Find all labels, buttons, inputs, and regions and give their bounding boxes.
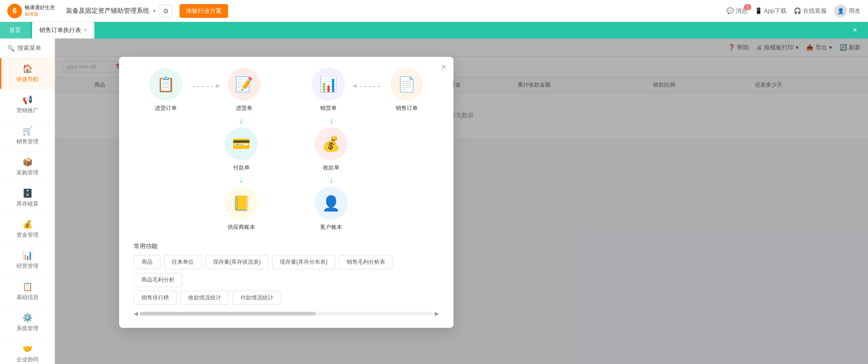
top-header: 6 畅康通好生意 标准版 装备及固定资产辅助管理系统 ▾ ⚙ 体验行业方案 💬 …: [0, 0, 868, 22]
search-menu-label: 搜索菜单: [17, 44, 41, 52]
customer-ledger-circle: 👤: [315, 187, 348, 220]
active-indicator: [0, 58, 1, 89]
common-functions-title: 常用功能: [134, 242, 439, 250]
app-download-label: App下载: [764, 7, 786, 15]
supplier-ledger-label: 供应商账本: [228, 223, 255, 231]
purchase-receipt-node[interactable]: 📝 进货单: [221, 68, 267, 112]
online-service-button[interactable]: 🎧 在线客服: [794, 7, 827, 15]
customer-ledger-label: 客户账本: [320, 223, 342, 231]
sidebar-item-quick-nav[interactable]: 🏠 快捷导航: [0, 58, 55, 89]
scroll-left-icon[interactable]: ◀: [134, 310, 138, 317]
sidebar-label-basic-info: 基础信息: [16, 293, 38, 301]
flow-row-2: 💳 付款单 💰 收款单: [134, 127, 439, 172]
sales-receipt-label: 销货单: [320, 104, 337, 112]
func-btn-collection-stats[interactable]: 收款情况统计: [180, 291, 229, 305]
sidebar-item-system[interactable]: ⚙️ 系统管理: [0, 307, 55, 338]
sidebar-label-marketing: 营销推广: [16, 107, 38, 114]
sidebar-label-inventory: 库存核算: [16, 200, 38, 208]
func-btn-sales-rank[interactable]: 销售排行榜: [134, 291, 177, 305]
payment-slip-label: 付款单: [233, 164, 250, 172]
app-download-button[interactable]: 📱 App下载: [755, 7, 786, 15]
logo-text: 畅康通好生意: [25, 4, 55, 11]
receipt-slip-node[interactable]: 💰 收款单: [308, 127, 354, 172]
settings-icon[interactable]: ⚙: [159, 5, 172, 17]
func-btn-payment-stats[interactable]: 付款情况统计: [233, 291, 281, 305]
message-button[interactable]: 💬 消息 5: [726, 7, 748, 15]
search-menu[interactable]: 🔍 搜索菜单: [0, 38, 55, 58]
enterprise-icon: 🤝: [22, 344, 33, 354]
tab-close-icon[interactable]: ×: [84, 27, 87, 33]
sidebar-item-enterprise[interactable]: 🤝 企业协同: [0, 338, 55, 364]
down-arrow-payment: ↓: [218, 175, 264, 185]
payment-slip-node[interactable]: 💳 付款单: [218, 127, 264, 172]
experience-button[interactable]: 体验行业方案: [180, 4, 228, 18]
receipt-slip-label: 收款单: [323, 164, 339, 172]
func-btn-goods-profit[interactable]: 商品毛利分析: [134, 273, 182, 287]
purchase-order-label: 进货订单: [155, 104, 177, 112]
down-arrow-receipt: ↓: [308, 175, 354, 185]
avatar: 👤: [834, 5, 847, 17]
func-btn-contacts[interactable]: 往来单位: [164, 255, 202, 269]
sidebar: 🔍 搜索菜单 🏠 快捷导航 📢 营销推广 🛒 销售管理 📦 采购管理 🗄️ 库存…: [0, 38, 55, 364]
arrow-sales-order-to-receipt: ◀: [351, 86, 384, 87]
user-menu[interactable]: 👤 用友: [834, 5, 861, 17]
modal-overlay[interactable]: × 📋 进货订单: [55, 38, 868, 364]
func-btn-inventory-status[interactable]: 现存量(库存状况表): [205, 255, 268, 269]
arrow-purchase-to-receipt: ▶: [189, 86, 221, 87]
inventory-icon: 🗄️: [22, 188, 33, 198]
flow-arrows-down-2: ↓ ↓: [134, 175, 439, 185]
purchase-icon: 📦: [22, 157, 33, 167]
user-label: 用友: [849, 7, 861, 15]
func-btn-goods[interactable]: 商品: [134, 255, 160, 269]
system-title: 装备及固定资产辅助管理系统: [66, 7, 149, 15]
sales-receipt-node[interactable]: 📊 销货单: [306, 68, 351, 112]
sidebar-label-enterprise: 企业协同: [16, 356, 38, 364]
common-functions: 常用功能 商品 往来单位 现存量(库存状况表) 现存量(库存分布表) 销售毛利分…: [134, 242, 439, 305]
down-arrow-purchase: ↓: [218, 116, 264, 125]
sidebar-item-finance[interactable]: 💰 资金管理: [0, 214, 55, 245]
purchase-order-node[interactable]: 📋 进货订单: [143, 68, 189, 112]
tab-home[interactable]: 首页: [0, 22, 30, 38]
sidebar-item-basic-info[interactable]: 📋 基础信息: [0, 276, 55, 307]
tab-bar-close-icon[interactable]: ×: [849, 26, 861, 34]
modal-close-icon[interactable]: ×: [441, 62, 446, 72]
app-icon: 📱: [755, 7, 762, 14]
down-arrow-sales: ↓: [308, 116, 354, 125]
search-icon: 🔍: [7, 45, 15, 52]
sidebar-item-sales[interactable]: 🛒 销售管理: [0, 120, 55, 152]
func-btn-inventory-dist[interactable]: 现存量(库存分布表): [272, 255, 335, 269]
flow-diagram: 📋 进货订单 ▶ 📝: [134, 68, 439, 235]
dropdown-arrow-icon[interactable]: ▾: [153, 8, 156, 14]
scroll-right-icon[interactable]: ▶: [435, 310, 439, 317]
header-right: 💬 消息 5 📱 App下载 🎧 在线客服 👤 用友: [726, 5, 861, 17]
modal-box: × 📋 进货订单: [119, 57, 453, 328]
sidebar-item-inventory[interactable]: 🗄️ 库存核算: [0, 183, 55, 214]
flow-row-3: 📒 供应商账本 👤 客户账本: [134, 187, 439, 231]
operations-icon: 📊: [22, 250, 33, 261]
sidebar-label-quick-nav: 快捷导航: [16, 76, 38, 83]
main-layout: 🔍 搜索菜单 🏠 快捷导航 📢 营销推广 🛒 销售管理 📦 采购管理 🗄️ 库存…: [0, 38, 868, 364]
sales-order-node[interactable]: 📄 销售订单: [384, 68, 430, 112]
flow-row-1: 📋 进货订单 ▶ 📝: [134, 68, 439, 112]
sales-receipt-circle: 📊: [312, 68, 345, 101]
scrollbar-thumb: [140, 312, 316, 315]
supplier-ledger-circle: 📒: [225, 187, 258, 220]
func-btn-sales-profit[interactable]: 销售毛利分析表: [339, 255, 393, 269]
sidebar-item-marketing[interactable]: 📢 营销推广: [0, 89, 55, 120]
system-title-area: 装备及固定资产辅助管理系统 ▾ ⚙ 体验行业方案: [66, 4, 228, 18]
sidebar-item-operations[interactable]: 📊 经营管理: [0, 245, 55, 276]
online-service-label: 在线客服: [803, 7, 827, 15]
purchase-receipt-label: 进货单: [236, 104, 252, 112]
tab-sales-order[interactable]: 销售订单执行表 ×: [32, 22, 94, 38]
scrollbar-track[interactable]: [140, 312, 433, 315]
sidebar-label-sales: 销售管理: [16, 138, 38, 146]
sidebar-item-purchase[interactable]: 📦 采购管理: [0, 152, 55, 183]
logo-icon: 6: [7, 4, 22, 18]
supplier-ledger-node[interactable]: 📒 供应商账本: [218, 187, 264, 231]
sales-icon: 🛒: [22, 126, 33, 136]
message-badge: 5: [744, 4, 751, 10]
payment-slip-circle: 💳: [225, 127, 258, 160]
customer-ledger-node[interactable]: 👤 客户账本: [308, 187, 354, 231]
logo-area: 6 畅康通好生意 标准版: [7, 4, 62, 18]
sales-order-circle: 📄: [390, 68, 423, 101]
